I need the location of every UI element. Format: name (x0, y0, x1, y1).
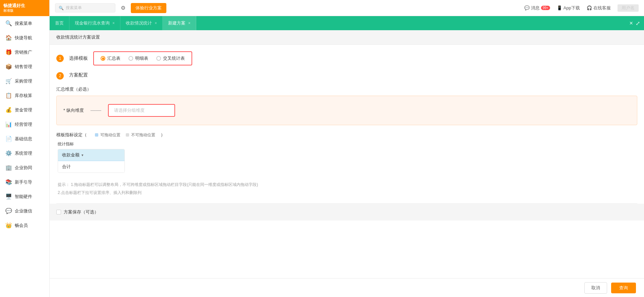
movable-dot (95, 133, 98, 137)
sidebar-item-企业协同[interactable]: 🏢企业协同 (0, 160, 49, 175)
search-box[interactable]: 🔍 搜索菜单 (55, 3, 115, 12)
close-window-icon[interactable]: × (629, 20, 633, 27)
sidebar-item-营销推广[interactable]: 🎁营销推广 (0, 45, 49, 59)
sidebar-item-label: 系统管理 (15, 150, 32, 156)
radio-summary-label: 汇总表 (107, 55, 120, 61)
dim-input[interactable]: 请选择分组维度 (108, 104, 175, 117)
indicator-title-part2: ） (161, 132, 165, 138)
step1-row: 1 选择模板 汇总表 明细表 交叉统计表 (56, 51, 637, 65)
radio-detail-label: 明细表 (135, 55, 148, 61)
tab-收款情况统计[interactable]: 收款情况统计× (120, 16, 163, 30)
radio-circle-detail (128, 56, 133, 61)
logo-main-text: 畅捷通好生 (3, 3, 25, 8)
tab-close-icon[interactable]: × (188, 21, 191, 26)
sidebar-icon: ⚙️ (5, 150, 12, 156)
radio-detail[interactable]: 明细表 (128, 55, 148, 61)
tip-section: 提示： 1.拖动标题栏可以调整布局，不可跨维度或指标区域拖动栏目字段(只能在同一… (56, 181, 637, 197)
topbar: 🔍 搜索菜单 ⚙ 体验行业方案 💬 消息 99+ 📱 App下载 🎧 在线客服 … (50, 0, 644, 16)
tab-close-icon[interactable]: × (155, 21, 157, 26)
expand-icon[interactable]: ⤢ (636, 20, 640, 27)
notification-badge: 99+ (541, 6, 550, 10)
tab-label: 新建方案 (168, 20, 185, 26)
sidebar-icon: 🔍 (5, 20, 12, 27)
sidebar-item-label: 库存核算 (15, 93, 32, 99)
search-placeholder: 搜索菜单 (66, 5, 82, 11)
notification-item[interactable]: 💬 消息 99+ (524, 5, 550, 11)
fixed-label: 不可拖动位置 (131, 132, 155, 138)
stat-label: 统计指标 (58, 141, 637, 147)
online-support-item[interactable]: 🎧 在线客服 (587, 5, 611, 11)
sidebar-icon: 🎁 (5, 49, 12, 55)
step1-label: 选择模板 (69, 55, 88, 61)
online-support-label: 在线客服 (593, 5, 611, 11)
dropdown-chevron-icon[interactable]: ▾ (82, 153, 84, 157)
drag-legend: 可拖动位置 不可拖动位置 (95, 132, 155, 138)
trial-button[interactable]: 体验行业方案 (131, 3, 166, 13)
sidebar-icon: 📦 (5, 63, 12, 70)
user-info[interactable]: 用户名 (618, 4, 639, 12)
sidebar-item-销售管理[interactable]: 📦销售管理 (0, 59, 49, 74)
sidebar-item-label: 快捷导航 (15, 35, 32, 41)
sidebar-item-企业微信[interactable]: 💬企业微信 (0, 204, 49, 218)
query-button[interactable]: 查询 (611, 283, 636, 293)
tab-现金银行流水查询[interactable]: 现金银行流水查询× (69, 16, 120, 30)
dimension-area: * 纵向维度 —— 请选择分组维度 (56, 96, 637, 125)
tip-1: 提示： 1.拖动标题栏可以调整布局，不可跨维度或指标区域拖动栏目字段(只能在同一… (58, 181, 636, 189)
sidebar-item-新手引导[interactable]: 📚新手引导 (0, 175, 49, 189)
radio-cross[interactable]: 交叉统计表 (156, 55, 185, 61)
sidebar-icon: 📄 (5, 136, 12, 142)
indicator-col-label: 收款金额 (62, 152, 79, 158)
sidebar-item-label: 智能硬件 (15, 194, 32, 200)
app-download-item[interactable]: 📱 App下载 (557, 5, 580, 11)
support-icon: 🎧 (587, 5, 592, 10)
message-icon: 💬 (524, 5, 530, 10)
download-icon: 📱 (557, 5, 562, 10)
page-header: 收款情况统计方案设置 (50, 30, 644, 45)
sidebar-icon: 📋 (5, 92, 12, 99)
sidebar-item-基础信息[interactable]: 📄基础信息 (0, 132, 49, 146)
tab-新建方案[interactable]: 新建方案× (163, 16, 196, 30)
indicator-row-total: 合计 (58, 161, 124, 172)
tab-close-icon[interactable]: × (112, 21, 115, 26)
tab-label: 现金银行流水查询 (75, 20, 110, 26)
sidebar-item-label: 基础信息 (15, 136, 32, 142)
sidebar-item-资金管理[interactable]: 💰资金管理 (0, 103, 49, 117)
content-area: 收款情况统计方案设置 1 选择模板 汇总表 明细表 (50, 30, 644, 297)
radio-summary[interactable]: 汇总表 (101, 55, 120, 61)
indicator-grid-wrapper: 统计指标 收款金额 ▾ 合计 (58, 141, 637, 174)
tab-label: 首页 (55, 20, 64, 26)
sidebar-nav: 🔍搜索菜单🏠快捷导航🎁营销推广📦销售管理🛒采购管理📋库存核算💰资金管理📊经营管理… (0, 16, 49, 297)
sidebar-item-系统管理[interactable]: ⚙️系统管理 (0, 146, 49, 160)
sidebar-item-label: 企业协同 (15, 165, 32, 171)
cancel-button[interactable]: 取消 (584, 282, 607, 294)
vertical-dim-label: * 纵向维度 (63, 107, 84, 113)
gear-icon[interactable]: ⚙ (121, 5, 125, 11)
sidebar-item-畅会员[interactable]: 👑畅会员 (0, 218, 49, 233)
tabbar: 首页现金银行流水查询×收款情况统计×新建方案× × ⤢ (50, 16, 644, 30)
notification-label: 消息 (531, 5, 540, 11)
sidebar-item-智能硬件[interactable]: 🖥️智能硬件 (0, 189, 49, 204)
tab-首页[interactable]: 首页 (50, 16, 69, 30)
indicator-header[interactable]: 收款金额 ▾ (58, 149, 124, 161)
sidebar-item-搜索菜单[interactable]: 🔍搜索菜单 (0, 16, 49, 31)
sidebar-item-经营管理[interactable]: 📊经营管理 (0, 117, 49, 132)
save-checkbox[interactable] (56, 210, 61, 214)
sidebar-icon: 🏢 (5, 164, 12, 171)
content-inner: 收款情况统计方案设置 1 选择模板 汇总表 明细表 (50, 30, 644, 297)
fixed-dot (126, 133, 129, 137)
topbar-right: 💬 消息 99+ 📱 App下载 🎧 在线客服 用户名 (524, 4, 639, 12)
indicator-grid: 收款金额 ▾ 合计 (58, 149, 125, 173)
indicator-section: 模板指标设定（ 可拖动位置 不可拖动位置 (56, 132, 637, 174)
sidebar-item-快捷导航[interactable]: 🏠快捷导航 (0, 31, 49, 45)
sidebar-icon: 💬 (5, 208, 12, 214)
sidebar-item-库存核算[interactable]: 📋库存核算 (0, 88, 49, 103)
sidebar-item-label: 销售管理 (15, 64, 32, 70)
sidebar-icon: 🛒 (5, 78, 12, 84)
sidebar-item-label: 新手引导 (15, 179, 32, 185)
sidebar-item-采购管理[interactable]: 🛒采购管理 (0, 74, 49, 88)
main-section: 1 选择模板 汇总表 明细表 交叉统计表 (50, 45, 644, 203)
sidebar-item-label: 营销推广 (15, 49, 32, 55)
radio-circle-cross (156, 56, 161, 61)
config-section: 汇总维度（必选） * 纵向维度 —— 请选择分组维度 模板指标设定（ (56, 86, 637, 197)
template-options: 汇总表 明细表 交叉统计表 (93, 51, 192, 65)
